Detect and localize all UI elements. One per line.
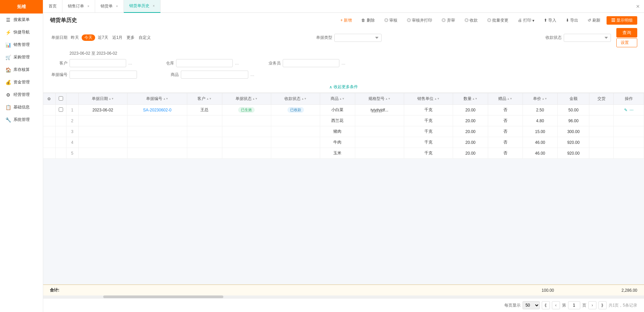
filter-salesperson-input[interactable] <box>283 59 339 67</box>
set-button[interactable]: 设置 <box>616 38 637 47</box>
import-button[interactable]: ⬆ 导入 <box>540 16 560 25</box>
col-amount[interactable]: 金额 <box>558 93 589 105</box>
col-goods-sort[interactable]: 商品 ▲▼ <box>331 96 345 102</box>
select-all-checkbox[interactable] <box>59 96 63 101</box>
salesperson-ellipsis[interactable]: … <box>341 61 345 66</box>
col-customer-sort[interactable]: 客户 ▲▼ <box>197 96 212 102</box>
more-action[interactable]: ⋯ <box>629 108 634 112</box>
row-docno-cell[interactable]: SA-20230602-0 <box>127 105 187 115</box>
shortcut-custom[interactable]: 自定义 <box>137 34 152 41</box>
col-docno-sort[interactable]: 单据编号 ▲▼ <box>146 96 168 102</box>
close-all-tabs-icon[interactable]: ✕ <box>635 3 641 10</box>
col-unit-price[interactable]: 单价 ▲▼ <box>523 93 557 105</box>
review-button[interactable]: ◎ 审核 <box>381 16 401 25</box>
page-next-button[interactable]: › <box>588 301 596 309</box>
filter-customer-input[interactable] <box>69 59 126 67</box>
sidebar-item-operations-mgmt[interactable]: ⚙ 经营管理 <box>0 88 43 101</box>
col-payment-status[interactable]: 收款状态 ▲▼ <box>271 93 320 105</box>
checkbox-cell[interactable] <box>55 126 66 137</box>
col-goods[interactable]: 商品 ▲▼ <box>320 93 355 105</box>
tab-close-sales-order[interactable]: × <box>87 4 89 8</box>
checkbox-cell[interactable] <box>55 115 66 126</box>
display-button[interactable]: ☰ 显示明细 <box>607 16 637 25</box>
checkbox-cell[interactable] <box>55 105 66 115</box>
add-button[interactable]: + 新增 <box>337 16 355 25</box>
batch-change-button[interactable]: ◎ 批量变更 <box>484 16 512 25</box>
sidebar-item-capital-mgmt[interactable]: 💰 资金管理 <box>0 76 43 88</box>
filter-goods-input[interactable] <box>181 71 248 79</box>
shortcut-yesterday[interactable]: 昨天 <box>69 34 80 41</box>
scroll-thumb[interactable] <box>103 295 223 298</box>
delete-button[interactable]: 🗑 删除 <box>358 16 378 25</box>
tab-sales-history[interactable]: 销货单历史 × <box>124 0 161 13</box>
row-action-cell[interactable]: ✎⋯ <box>614 105 644 115</box>
tab-sales-delivery[interactable]: 销货单 × <box>95 0 124 13</box>
col-spec-sort[interactable]: 规格型号 ▲▼ <box>368 96 391 102</box>
shortcut-7days[interactable]: 近7天 <box>96 34 110 41</box>
row-action-cell[interactable] <box>614 137 644 148</box>
edit-action[interactable]: ✎ <box>624 108 627 112</box>
sidebar-item-purchase-mgmt[interactable]: 🛒 采购管理 <box>0 51 43 63</box>
col-doc-status[interactable]: 单据状态 ▲▼ <box>222 93 271 105</box>
review-print-button[interactable]: ◎ 审核并打印 <box>403 16 436 25</box>
col-spec[interactable]: 规格型号 ▲▼ <box>355 93 404 105</box>
col-payment-status-sort[interactable]: 收款状态 ▲▼ <box>284 96 307 102</box>
col-unit[interactable]: 销售单位 ▲▼ <box>404 93 453 105</box>
page-number-input[interactable] <box>568 301 580 309</box>
tab-home[interactable]: 首页 <box>43 0 62 13</box>
sidebar-item-system-mgmt[interactable]: 🔧 系统管理 <box>0 113 43 126</box>
sidebar-item-sales-mgmt[interactable]: 📊 销售管理 <box>0 38 43 51</box>
col-qty[interactable]: 数量 ▲▼ <box>453 93 488 105</box>
row-docno-cell[interactable] <box>127 115 187 126</box>
page-first-button[interactable]: ⟪ <box>542 301 550 309</box>
col-doc-status-sort[interactable]: 单据状态 ▲▼ <box>235 96 258 102</box>
page-prev-button[interactable]: ‹ <box>552 301 560 309</box>
col-settings[interactable]: ⚙ <box>43 93 55 105</box>
col-gift[interactable]: 赠品 ▲▼ <box>488 93 523 105</box>
tab-close-sales-delivery[interactable]: × <box>116 4 118 8</box>
filter-payment-status-select[interactable] <box>564 34 611 42</box>
row-action-cell[interactable] <box>614 126 644 137</box>
horizontal-scrollbar[interactable] <box>43 295 644 298</box>
collapse-button[interactable]: ∧ 收起更多条件 <box>50 82 637 93</box>
filter-docno-input[interactable] <box>69 71 137 79</box>
export-button[interactable]: ⬇ 导出 <box>562 16 582 25</box>
filter-warehouse-input[interactable] <box>176 59 233 67</box>
per-page-select[interactable]: 50 100 <box>523 301 540 309</box>
tab-sales-order[interactable]: 销售订单 × <box>62 0 95 13</box>
col-gift-sort[interactable]: 赠品 ▲▼ <box>498 96 512 102</box>
refresh-button[interactable]: ↺ 刷新 <box>584 16 604 25</box>
query-button[interactable]: 查询 <box>616 28 637 37</box>
row-docno-cell[interactable] <box>127 148 187 159</box>
col-unit-price-sort[interactable]: 单价 ▲▼ <box>533 96 547 102</box>
shortcut-1month[interactable]: 近1月 <box>111 34 124 41</box>
tab-close-sales-history[interactable]: × <box>153 4 155 8</box>
row-checkbox[interactable] <box>59 107 63 112</box>
filter-doc-type-select[interactable] <box>334 34 382 42</box>
col-date[interactable]: 单据日期 ▲▼ <box>78 93 127 105</box>
shortcut-more[interactable]: 更多 <box>125 34 136 41</box>
collect-button[interactable]: ◎ 收款 <box>461 16 481 25</box>
sidebar-item-quick-nav[interactable]: ⚡ 快捷导航 <box>0 26 43 38</box>
row-docno-cell[interactable] <box>127 137 187 148</box>
print-button[interactable]: 🖨 打印 ▾ <box>514 16 537 25</box>
row-docno-cell[interactable] <box>127 126 187 137</box>
row-action-cell[interactable] <box>614 115 644 126</box>
abandon-button[interactable]: ◎ 弃审 <box>438 16 458 25</box>
sidebar-item-basic-info[interactable]: 📋 基础信息 <box>0 101 43 113</box>
checkbox-cell[interactable] <box>55 137 66 148</box>
row-action-cell[interactable] <box>614 148 644 159</box>
col-date-sort[interactable]: 单据日期 ▲▼ <box>92 96 114 102</box>
col-customer[interactable]: 客户 ▲▼ <box>187 93 222 105</box>
doc-no-link[interactable]: SA-20230602-0 <box>143 108 171 112</box>
customer-ellipsis[interactable]: … <box>128 61 132 66</box>
goods-ellipsis[interactable]: … <box>250 72 254 77</box>
settings-icon[interactable]: ⚙ <box>47 97 51 101</box>
warehouse-ellipsis[interactable]: … <box>235 61 239 66</box>
page-last-button[interactable]: ⟫ <box>598 301 607 309</box>
col-docno[interactable]: 单据编号 ▲▼ <box>127 93 187 105</box>
col-unit-sort[interactable]: 销售单位 ▲▼ <box>417 96 440 102</box>
checkbox-cell[interactable] <box>55 148 66 159</box>
col-qty-sort[interactable]: 数量 ▲▼ <box>464 96 478 102</box>
sidebar-item-search-menu[interactable]: ☰ 搜索菜单 <box>0 14 43 26</box>
